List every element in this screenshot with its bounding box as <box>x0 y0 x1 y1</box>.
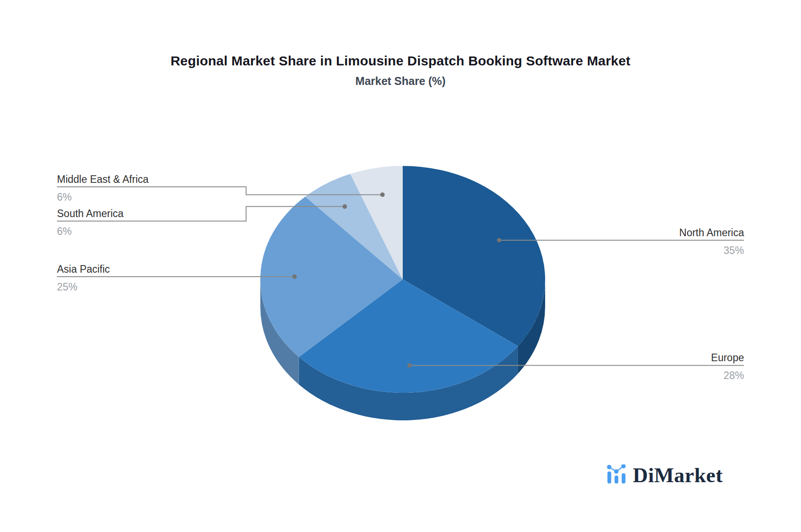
slice-label-value: 6% <box>57 225 248 238</box>
leader-dot-north-america <box>497 238 502 242</box>
slice-label-name: Europe <box>553 351 744 364</box>
slice-label-name: South America <box>57 207 248 220</box>
leader-dot-asia-pacific <box>292 274 297 279</box>
leader-dot-europe <box>407 363 412 367</box>
mini-bar-chart-logo-icon <box>607 464 627 484</box>
brand-name: DiMarket <box>633 464 723 486</box>
leader-dot-south-america <box>343 204 347 209</box>
slice-label-name: Middle East & Africa <box>57 173 248 186</box>
slice-label-value: 35% <box>553 244 744 257</box>
chart-canvas: Regional Market Share in Limousine Dispa… <box>0 0 801 532</box>
brand-logo: DiMarket <box>607 464 723 486</box>
slice-label-name: Asia Pacific <box>57 262 248 276</box>
slice-label-value: 25% <box>57 280 248 294</box>
leader-dot-middle-east-africa <box>380 193 384 197</box>
slice-label-value: 6% <box>57 190 248 204</box>
slice-label-value: 28% <box>553 369 744 382</box>
slice-label-name: North America <box>553 226 744 239</box>
